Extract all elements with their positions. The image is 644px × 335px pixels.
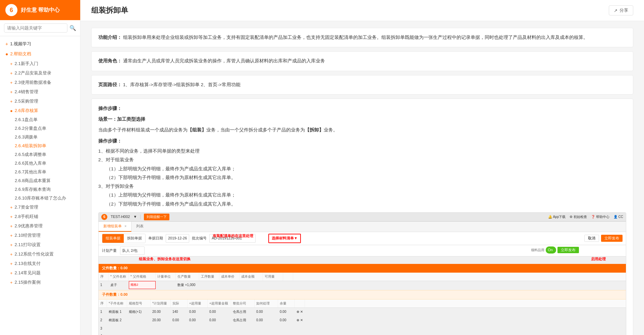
share-icon: ↗ bbox=[614, 8, 618, 13]
sidebar-item-inventory-7[interactable]: 2.6.7其他出库单 bbox=[0, 168, 80, 176]
plus-icon: + bbox=[10, 80, 13, 85]
mock-btd-5: 0.00 bbox=[187, 308, 208, 316]
sidebar-item-inventory-1[interactable]: 2.6.1盘点单 bbox=[0, 115, 80, 124]
mock-bottom-section-header: 子件数量：0.00 bbox=[99, 290, 626, 299]
mock-btn-confirm[interactable]: 立即发布 bbox=[601, 235, 623, 242]
intro-label: 功能介绍： bbox=[98, 35, 122, 40]
toggle-on-text: On bbox=[548, 247, 553, 254]
minus-icon: ● bbox=[5, 51, 8, 57]
mock-td-2[interactable]: 规格2 bbox=[129, 281, 156, 289]
search-input[interactable] bbox=[4, 23, 67, 33]
mock-qty-input[interactable]: 队人 2/包 bbox=[120, 246, 145, 255]
main-header: 组装拆卸单 ↗ 分享 bbox=[80, 0, 644, 21]
mock-td-3 bbox=[156, 281, 176, 289]
mock-btd4-0: 4 bbox=[99, 332, 107, 335]
sidebar-item-faq[interactable]: + 2.14常见问题 bbox=[0, 268, 80, 278]
sidebar-item-online-pay[interactable]: + 2.13在线支付 bbox=[0, 259, 80, 268]
sidebar-item-inventory-3[interactable]: 2.6.3调拨单 bbox=[0, 133, 80, 142]
mock-btn-cancel[interactable]: 取消 bbox=[584, 235, 599, 242]
sidebar-item-inventory-9[interactable]: 2.6.9库存账本查询 bbox=[0, 185, 80, 194]
sidebar-item-data-prep[interactable]: + 2.3使用前数据准备 bbox=[0, 78, 80, 87]
mock-tab-active: 新增组装单 × bbox=[99, 222, 131, 232]
mock-bottom-row-1: 1 椅面板 1 规格(+1) 20.00 140 0.00 0.00 仓库占用 … bbox=[99, 308, 626, 316]
sidebar-item-purchase[interactable]: + 2.5采购管理 bbox=[0, 97, 80, 106]
sidebar-item-sales[interactable]: + 2.4销售管理 bbox=[0, 87, 80, 97]
sidebar-item-inventory-2[interactable]: 2.6.2分量盘点单 bbox=[0, 124, 80, 133]
mock-td-6 bbox=[219, 281, 239, 289]
annotation-text-1: 有装配清单的在这里处理 bbox=[213, 233, 253, 239]
mock-top-section-header: 父件数量：0.00 bbox=[99, 264, 626, 273]
sidebar-item-newcomer[interactable]: + 2.1新手入门 bbox=[0, 59, 80, 68]
mock-type-assembly[interactable]: 组装单据 bbox=[102, 234, 124, 243]
sidebar-item-install[interactable]: + 2.2产品安装及登录 bbox=[0, 68, 80, 78]
mock-icon-1: 🔔 App下载 bbox=[548, 214, 566, 220]
mock-btd-8: 0.00 bbox=[255, 308, 278, 316]
mock-bottom-row-2: 2 椅面板 2 20.00 0.00 0.00 0.00 仓库占用 0.00 0… bbox=[99, 316, 626, 325]
minus-icon: ● bbox=[10, 108, 13, 113]
sidebar-item-docs[interactable]: ● 2.帮助文档 bbox=[0, 49, 80, 59]
role-text: 通常由生产人员或库管人员完成拆装业务的操作，库管人员确认原材料的出库和产成品的入… bbox=[123, 58, 325, 63]
sidebar-item-inventory-5[interactable]: 2.6.5成本调整单 bbox=[0, 150, 80, 159]
mock-top-table: 父件数量：0.00 序 * 父件名称 * 父件规格 计量单位 生产数量 工序数量… bbox=[99, 264, 626, 289]
scene1-desc: 当由多个子件材料组装成一个成品的业务为【组装】业务，当由一个父件拆分成多个子产品… bbox=[98, 127, 338, 132]
mock-bth-10 bbox=[295, 299, 305, 308]
plus-icon: + bbox=[10, 233, 13, 238]
mock-btd2-3: 20.00 bbox=[151, 316, 171, 324]
sidebar-item-video[interactable]: + 1.视频学习 bbox=[0, 39, 80, 49]
search-icon[interactable]: 🔍 bbox=[69, 25, 76, 31]
mock-bth-0: 序 bbox=[99, 299, 107, 308]
mock-qty-label: 计划产量 bbox=[102, 247, 117, 254]
mock-td-7 bbox=[239, 281, 263, 289]
sidebar-item-mobile[interactable]: + 2.8手机旺铺 bbox=[0, 212, 80, 221]
mock-td-9 bbox=[283, 281, 293, 289]
sidebar-nav: + 1.视频学习 ● 2.帮助文档 + 2.1新手入门 + 2.2产品安装及登录… bbox=[0, 36, 80, 335]
share-button[interactable]: ↗ 分享 bbox=[609, 5, 633, 15]
mock-td-8 bbox=[263, 281, 283, 289]
sidebar: 6 好生意 帮助中心 🔍 + 1.视频学习 ● 2.帮助文档 + 2.1新手入门… bbox=[0, 0, 80, 335]
mock-annotation-1-area: 选择材料清单▼ bbox=[268, 234, 301, 243]
mock-date-value[interactable]: 2019-12-26 bbox=[166, 234, 189, 243]
step-1: 1、根据不同的业务，选择不同单据的类型来处理 bbox=[98, 147, 626, 155]
ops-card: 操作步骤： 场景一：加工类型选择 当由多个子件材料组装成一个成品的业务为【组装】… bbox=[91, 99, 633, 335]
plus-icon: + bbox=[10, 71, 13, 76]
mock-td-4: 数量 +1,000 bbox=[176, 281, 199, 289]
sidebar-item-coupon[interactable]: + 2.9优惠券管理 bbox=[0, 221, 80, 231]
mock-toggle-on[interactable]: On bbox=[546, 246, 556, 254]
sidebar-item-print[interactable]: + 2.11打印设置 bbox=[0, 240, 80, 249]
mock-btn-execute[interactable]: 立即发布 bbox=[557, 247, 579, 253]
sidebar-item-inventory-4[interactable]: 2.6.4组装拆卸单 bbox=[0, 142, 80, 150]
mock-td-1: 桌子 bbox=[109, 281, 129, 289]
mock-td-0: 1 bbox=[99, 281, 109, 289]
mock-btd2-2 bbox=[127, 316, 151, 324]
page-title: 组装拆卸单 bbox=[91, 5, 128, 15]
mock-btd-6: 0.00 bbox=[208, 308, 231, 316]
step-2: 2、对于组装业务 bbox=[98, 156, 626, 164]
sidebar-item-ops-mgmt[interactable]: + 2.10经营管理 bbox=[0, 231, 80, 240]
mock-type-disassembly[interactable]: 拆卸单据 bbox=[124, 234, 145, 243]
sidebar-item-cases[interactable]: + 2.15操作案例 bbox=[0, 278, 80, 287]
sidebar-item-inventory[interactable]: ● 2.6库存核算 bbox=[0, 106, 80, 115]
mock-action-btns: 取消 立即发布 bbox=[584, 235, 623, 242]
mock-bth-2: 规格型号 bbox=[127, 299, 151, 308]
sidebar-header: 6 好生意 帮助中心 bbox=[0, 0, 80, 20]
sidebar-item-personalize[interactable]: + 2.12系统个性化设置 bbox=[0, 249, 80, 259]
scene1-title: 场景一：加工类型选择 bbox=[98, 117, 145, 122]
mock-th-9 bbox=[283, 273, 293, 281]
search-box: 🔍 bbox=[0, 20, 80, 36]
step-2-2: （2）下部明细为子件明细，最终作为原材料生成其它出库单。 bbox=[98, 174, 626, 182]
main-content: 组装拆卸单 ↗ 分享 功能介绍： 组装拆卸单用来处理企业组装或拆卸等加工业务，支… bbox=[80, 0, 644, 335]
ops-steps-title: 操作步骤： bbox=[98, 137, 626, 145]
sidebar-item-inventory-6[interactable]: 2.6.6其他入库单 bbox=[0, 159, 80, 168]
sidebar-item-inventory-10[interactable]: 2.6.10库存账本错了怎么办 bbox=[0, 194, 80, 203]
mock-td-5 bbox=[199, 281, 219, 289]
mock-bottom-table-header: 序 *子件名称 规格型号 *计划用量 实际 +超用量 +超用量金额 整批分司 如… bbox=[99, 299, 626, 308]
mock-tab-list[interactable]: 列表 bbox=[131, 222, 148, 232]
mock-tab-close[interactable]: × bbox=[124, 223, 126, 230]
sidebar-item-inventory-8[interactable]: 2.6.8商品成本重算 bbox=[0, 176, 80, 185]
mock-btd2-6: 0.00 bbox=[208, 316, 231, 324]
mock-btd2-10: ⊕ ✕ bbox=[295, 316, 305, 324]
mock-btn-material-list[interactable]: 选择材料清单▼ bbox=[268, 234, 301, 243]
mock-tabs-row: 新增组装单 × 列表 bbox=[99, 222, 626, 232]
sidebar-item-finance[interactable]: + 2.7资金管理 bbox=[0, 203, 80, 212]
mock-bth-3: *计划用量 bbox=[151, 299, 171, 308]
